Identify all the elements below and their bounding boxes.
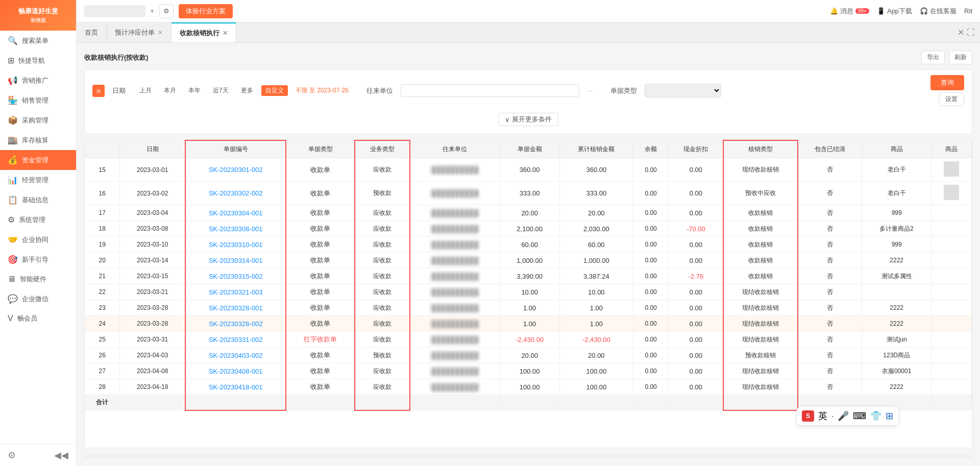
online-service-link[interactable]: 🎧 在线客服 bbox=[920, 7, 957, 16]
refresh-button[interactable]: 刷新 bbox=[949, 51, 972, 64]
setting-button[interactable]: 设置 bbox=[939, 92, 964, 106]
doc-link[interactable]: SK-20230315-002 bbox=[209, 273, 263, 280]
sidebar-item-采购管理[interactable]: 📦采购管理 bbox=[0, 110, 76, 130]
tab-prepay[interactable]: 预计冲应付单 ✕ bbox=[107, 22, 172, 42]
settings-icon[interactable]: ⚙ bbox=[8, 450, 16, 461]
voucher-type-select[interactable] bbox=[645, 84, 721, 97]
tab-prepay-close[interactable]: ✕ bbox=[158, 29, 163, 36]
date-cur-year[interactable]: 本年 bbox=[184, 85, 205, 96]
sidebar-item-经营管理[interactable]: 📊经营管理 bbox=[0, 170, 76, 190]
table-row[interactable]: 232023-03-28SK-20230328-001收款单应收款███████… bbox=[85, 300, 972, 316]
partner-input[interactable] bbox=[401, 84, 579, 97]
date-cur-month[interactable]: 本月 bbox=[160, 85, 180, 96]
doc-link[interactable]: SK-20230314-001 bbox=[209, 257, 263, 264]
expand-label: 展开更多条件 bbox=[512, 115, 552, 124]
filter-toggle-icon[interactable]: » bbox=[92, 85, 105, 97]
sidebar-item-资金管理[interactable]: 💰资金管理 bbox=[0, 150, 76, 170]
tab-collection-close[interactable]: ✕ bbox=[223, 30, 228, 37]
table-row[interactable]: 262023-04-03SK-20230403-002收款单预收款███████… bbox=[85, 348, 972, 363]
close-tab-icon[interactable]: ✕ bbox=[958, 28, 964, 37]
table-row[interactable]: 192023-03-10SK-20230310-001收款单应收款███████… bbox=[85, 237, 972, 253]
doc-link[interactable]: SK-20230328-002 bbox=[209, 320, 263, 328]
grid-icon[interactable]: ⊞ bbox=[886, 410, 893, 422]
cell-6: 1,000.00 bbox=[500, 253, 559, 268]
table-row[interactable]: 282023-04-18SK-20230418-001收款单应收款███████… bbox=[85, 379, 972, 395]
table-row[interactable]: 172023-03-04SK-20230304-001收款单应收款███████… bbox=[85, 205, 972, 221]
cell-0: 27 bbox=[85, 363, 120, 379]
table-row[interactable]: 182023-03-08SK-20230308-001收款单应收款███████… bbox=[85, 221, 972, 237]
app-download-label: App下载 bbox=[887, 7, 912, 16]
cell-12: 测试jun bbox=[862, 332, 932, 348]
doc-link[interactable]: SK-20230408-001 bbox=[209, 367, 263, 375]
tab-collection[interactable]: 收款核销执行 ✕ bbox=[172, 22, 236, 42]
table-row[interactable]: 242023-03-28SK-20230328-002收款单应收款███████… bbox=[85, 316, 972, 332]
table-row[interactable]: 152023-03-01SK-20230301-002收款单应收款███████… bbox=[85, 158, 972, 182]
doc-link[interactable]: SK-20230418-001 bbox=[209, 383, 263, 391]
shirt-icon[interactable]: 👕 bbox=[870, 410, 881, 422]
cell-6: 100.00 bbox=[500, 363, 559, 379]
doc-link[interactable]: SK-20230310-001 bbox=[209, 241, 263, 249]
footer-cell-3 bbox=[286, 395, 355, 410]
cell-8: 0.00 bbox=[633, 300, 669, 316]
sidebar-item-系统管理[interactable]: ⚙系统管理 bbox=[0, 210, 76, 230]
cell-3: 红字收款单 bbox=[286, 332, 355, 348]
doc-link[interactable]: SK-20230331-002 bbox=[209, 336, 263, 344]
sidebar-item-库存核算[interactable]: 🏬库存核算 bbox=[0, 130, 76, 150]
doc-link[interactable]: SK-20230328-001 bbox=[209, 304, 263, 312]
sidebar-item-销售管理[interactable]: 🏪销售管理 bbox=[0, 90, 76, 110]
query-button[interactable]: 查询 bbox=[930, 75, 964, 90]
doc-link[interactable]: SK-20230403-002 bbox=[209, 352, 263, 359]
cell-7: 3,387.24 bbox=[559, 268, 633, 284]
more-options-dots[interactable]: ··· bbox=[587, 87, 593, 94]
cell-3: 收款单 bbox=[286, 237, 355, 253]
table-row[interactable]: 212023-03-15SK-20230315-002收款单应收款███████… bbox=[85, 268, 972, 284]
date-prev-month[interactable]: 上月 bbox=[135, 85, 156, 96]
english-icon[interactable]: 英 bbox=[818, 410, 827, 422]
sidebar-item-营销推广[interactable]: 📢营销推广 bbox=[0, 70, 76, 90]
collapse-icon[interactable]: ◀◀ bbox=[54, 450, 68, 461]
doc-link[interactable]: SK-20230301-002 bbox=[209, 166, 263, 174]
doc-link[interactable]: SK-20230302-002 bbox=[209, 189, 263, 197]
messages-button[interactable]: 🔔 消息 99+ bbox=[830, 7, 869, 16]
cell-9: 0.00 bbox=[669, 158, 724, 182]
sidebar-item-基础信息[interactable]: 📋基础信息 bbox=[0, 190, 76, 210]
date-7days[interactable]: 近7天 bbox=[209, 85, 233, 96]
cell-0: 19 bbox=[85, 237, 120, 253]
table-row[interactable]: 252023-03-31SK-20230331-002红字收款单应收款█████… bbox=[85, 332, 972, 348]
footer-cell-4 bbox=[355, 395, 410, 410]
cell-5: ██████████ bbox=[410, 300, 500, 316]
solution-button[interactable]: 体验行业方案 bbox=[179, 4, 233, 18]
settings-gear-icon[interactable]: ⚙ bbox=[159, 4, 174, 18]
date-more[interactable]: 更多 bbox=[237, 85, 257, 96]
sidebar-item-畅会员[interactable]: V畅会员 bbox=[0, 309, 76, 328]
sidebar-item-企业协同[interactable]: 🤝企业协同 bbox=[0, 230, 76, 250]
dot-icon[interactable]: · bbox=[831, 412, 834, 420]
table-row[interactable]: 202023-03-14SK-20230314-001收款单应收款███████… bbox=[85, 253, 972, 268]
tabs-right-controls: ✕ ⛶ bbox=[958, 28, 980, 37]
user-info[interactable]: Rit bbox=[964, 7, 972, 15]
doc-link[interactable]: SK-20230308-001 bbox=[209, 225, 263, 233]
app-download-link[interactable]: 📱 App下载 bbox=[877, 7, 912, 16]
keyboard-icon[interactable]: ⌨ bbox=[853, 410, 866, 422]
tab-home[interactable]: 首页 bbox=[77, 22, 107, 42]
date-custom[interactable]: 自定义 bbox=[261, 85, 288, 96]
doc-link[interactable]: SK-20230321-003 bbox=[209, 288, 263, 296]
expand-tab-icon[interactable]: ⛶ bbox=[967, 28, 975, 37]
cell-8: 0.00 bbox=[633, 284, 669, 300]
table-row[interactable]: 272023-04-08SK-20230408-001收款单应收款███████… bbox=[85, 363, 972, 379]
table-row[interactable]: 222023-03-21SK-20230321-003收款单应收款███████… bbox=[85, 284, 972, 300]
horizontal-scrollbar[interactable] bbox=[84, 454, 972, 458]
sidebar-item-新手引导[interactable]: 🎯新手引导 bbox=[0, 250, 76, 269]
cell-2: SK-20230302-002 bbox=[185, 182, 286, 205]
sidebar-item-快捷导航[interactable]: ⊞快捷导航 bbox=[0, 51, 76, 70]
doc-link[interactable]: SK-20230304-001 bbox=[209, 209, 263, 217]
expand-conditions-btn[interactable]: ∨ 展开更多条件 bbox=[498, 113, 558, 126]
mic-icon[interactable]: 🎤 bbox=[838, 410, 849, 422]
sidebar-item-智能硬件[interactable]: 🖥智能硬件 bbox=[0, 269, 76, 289]
cell-11: 否 bbox=[798, 332, 862, 348]
sidebar-item-搜索菜单[interactable]: 🔍搜索菜单 bbox=[0, 31, 76, 51]
table-row[interactable]: 162023-03-02SK-20230302-002收款单预收款███████… bbox=[85, 182, 972, 205]
export-button[interactable]: 导出 bbox=[921, 51, 945, 64]
cell-12: 999 bbox=[862, 205, 932, 221]
sidebar-item-企业微信[interactable]: 💬企业微信 bbox=[0, 289, 76, 309]
